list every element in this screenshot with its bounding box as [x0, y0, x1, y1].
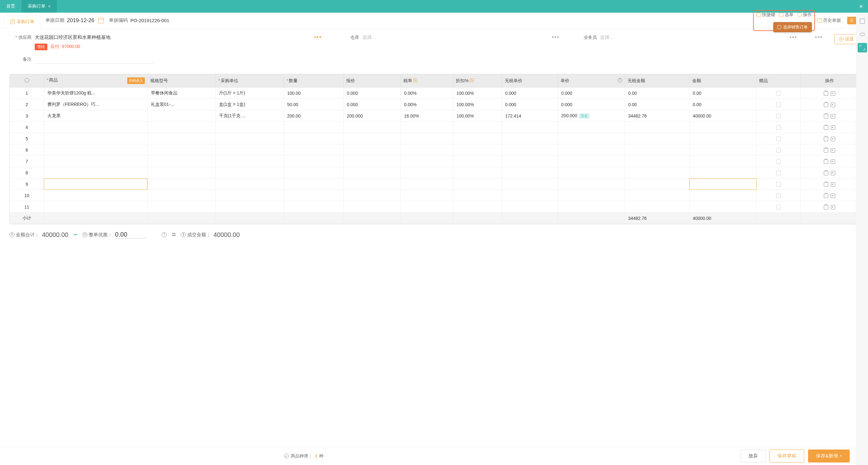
- cell-price[interactable]: [558, 178, 625, 190]
- cell-qty[interactable]: 200.00: [284, 110, 343, 122]
- field-warehouse-placeholder[interactable]: 选择...: [362, 34, 376, 40]
- gift-checkbox[interactable]: [776, 148, 781, 152]
- select-sales-order-button[interactable]: 选择销售订单: [773, 22, 812, 32]
- cell-amount[interactable]: [689, 156, 756, 167]
- cell-discount[interactable]: 100.00%: [453, 87, 502, 99]
- remark-input[interactable]: [35, 56, 155, 64]
- table-row[interactable]: 5: [10, 133, 858, 144]
- tab-home[interactable]: 首页: [0, 0, 22, 12]
- row-add-icon[interactable]: [831, 114, 835, 118]
- cell-discount[interactable]: 100.00%: [453, 110, 502, 122]
- meta-date-value[interactable]: 2019-12-26: [67, 18, 94, 24]
- cell-amount[interactable]: [689, 201, 756, 212]
- cell-product[interactable]: [44, 133, 147, 144]
- cell-gift[interactable]: [756, 190, 801, 201]
- cell-unit[interactable]: [216, 133, 284, 144]
- gift-checkbox[interactable]: [776, 103, 781, 107]
- cell-notaxamt[interactable]: [625, 201, 690, 212]
- cell-spec[interactable]: [147, 133, 216, 144]
- cell-notaxamt[interactable]: 0.00: [625, 87, 690, 99]
- row-add-icon[interactable]: [831, 103, 835, 107]
- gift-checkbox[interactable]: [776, 114, 781, 118]
- cell-price[interactable]: [558, 190, 625, 201]
- cell-product[interactable]: [44, 156, 147, 167]
- cell-discount[interactable]: [453, 133, 502, 144]
- cell-unit[interactable]: 千克(1千克 ...: [216, 110, 284, 122]
- field-supplier-value[interactable]: 大连花园口经济区景和水果种植基地: [35, 34, 111, 40]
- cell-unit[interactable]: 盒(1盒 = 1盒): [216, 99, 284, 110]
- cell-spec[interactable]: [147, 110, 216, 122]
- cell-price[interactable]: 0.000: [558, 87, 625, 99]
- form-more-icon[interactable]: •••: [812, 34, 826, 41]
- cell-unit[interactable]: [216, 178, 284, 190]
- cell-notaxprice[interactable]: [502, 144, 558, 156]
- cell-product[interactable]: [44, 178, 147, 190]
- cell-spec[interactable]: [147, 156, 216, 167]
- close-tab-icon[interactable]: ×: [48, 4, 51, 9]
- cell-tax[interactable]: 0.00%: [401, 99, 453, 110]
- table-row[interactable]: 2费列罗（FERRERO）巧...礼盒装01-...盒(1盒 = 1盒)50.0…: [10, 99, 858, 110]
- gift-checkbox[interactable]: [776, 137, 781, 141]
- field-salesman-placeholder[interactable]: 选择...: [600, 34, 614, 40]
- cell-discount[interactable]: 100.00%: [453, 99, 502, 110]
- history-badge[interactable]: 历史: [579, 113, 590, 119]
- cell-discount[interactable]: [453, 167, 502, 178]
- rail-expand-button[interactable]: [858, 43, 867, 53]
- cell-quote[interactable]: [343, 190, 401, 201]
- salesman-more-icon[interactable]: •••: [787, 34, 800, 41]
- cell-spec[interactable]: 早餐休闲食品: [147, 87, 216, 99]
- row-delete-icon[interactable]: [824, 194, 828, 198]
- cell-notaxprice[interactable]: [502, 167, 558, 178]
- cell-notaxamt[interactable]: [625, 144, 690, 156]
- cell-discount[interactable]: [453, 144, 502, 156]
- cell-notaxamt[interactable]: [625, 167, 690, 178]
- cell-notaxprice[interactable]: [502, 201, 558, 212]
- cell-quote[interactable]: 0.000: [343, 99, 401, 110]
- cell-gift[interactable]: [756, 144, 801, 156]
- cell-notaxamt[interactable]: [625, 190, 690, 201]
- row-delete-icon[interactable]: [824, 205, 828, 209]
- cell-amount[interactable]: [689, 167, 756, 178]
- row-add-icon[interactable]: [831, 159, 835, 164]
- cell-notaxprice[interactable]: [502, 190, 558, 201]
- cell-tax[interactable]: [401, 178, 453, 190]
- toolbar-shortcut[interactable]: 快捷键: [756, 12, 775, 18]
- cell-price[interactable]: [558, 144, 625, 156]
- row-add-icon[interactable]: [831, 125, 835, 130]
- cell-quote[interactable]: [343, 201, 401, 212]
- row-add-icon[interactable]: [831, 137, 835, 141]
- cell-notaxprice[interactable]: [502, 178, 558, 190]
- cell-amount[interactable]: 40000.00: [689, 110, 756, 122]
- table-row[interactable]: 1华美华夫软饼1200g 糕...早餐休闲食品斤(1斤 = 1斤)100.000…: [10, 87, 858, 99]
- cell-discount[interactable]: [453, 156, 502, 167]
- cell-tax[interactable]: [401, 167, 453, 178]
- table-row[interactable]: 11: [10, 201, 858, 212]
- table-row[interactable]: 4: [10, 122, 858, 133]
- cell-notaxamt[interactable]: [625, 178, 690, 190]
- cell-spec[interactable]: 礼盒装01-...: [147, 99, 216, 110]
- cell-product[interactable]: [44, 190, 147, 201]
- table-row[interactable]: 8: [10, 167, 858, 178]
- cell-notaxprice[interactable]: [502, 156, 558, 167]
- cell-qty[interactable]: 100.00: [284, 87, 343, 99]
- cell-discount[interactable]: [453, 122, 502, 133]
- row-add-icon[interactable]: [831, 182, 835, 187]
- table-row[interactable]: 9: [10, 178, 858, 190]
- cell-gift[interactable]: [756, 201, 801, 212]
- edit-tax-icon[interactable]: [413, 78, 417, 82]
- cell-product[interactable]: [44, 122, 147, 133]
- warehouse-more-icon[interactable]: •••: [549, 34, 562, 41]
- cell-unit[interactable]: [216, 201, 284, 212]
- help-discount-icon[interactable]: ?: [162, 232, 167, 237]
- cell-spec[interactable]: [147, 178, 216, 190]
- calendar-icon[interactable]: [98, 18, 104, 23]
- cell-qty[interactable]: [284, 201, 343, 212]
- cell-tax[interactable]: [401, 190, 453, 201]
- cell-tax[interactable]: [401, 156, 453, 167]
- cell-amount[interactable]: [689, 178, 756, 190]
- cell-qty[interactable]: [284, 190, 343, 201]
- cell-notaxprice[interactable]: 0.000: [502, 87, 558, 99]
- cell-tax[interactable]: 0.00%: [401, 87, 453, 99]
- tab-purchase-order[interactable]: 采购订单 ×: [22, 0, 57, 12]
- cell-quote[interactable]: [343, 178, 401, 190]
